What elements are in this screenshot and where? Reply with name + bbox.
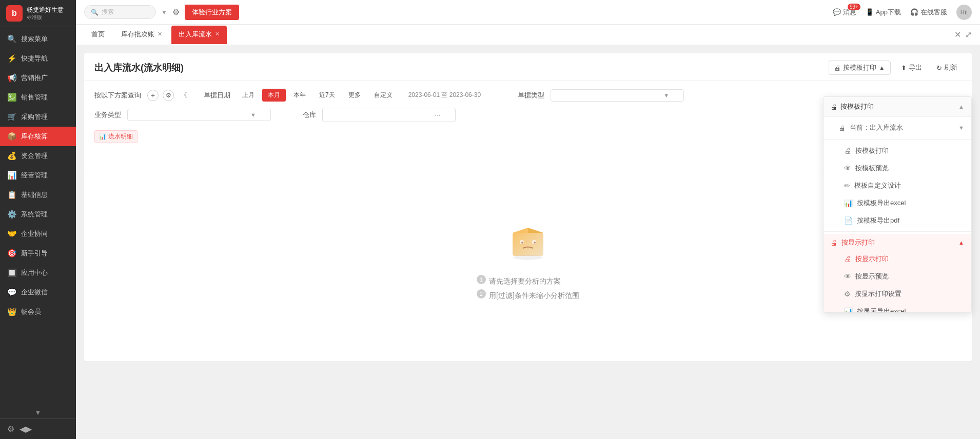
marketing-icon: 📢 — [7, 73, 17, 83]
app-download-btn[interactable]: 📱 App下载 — [866, 8, 901, 17]
sidebar-item-search[interactable]: 🔍 搜索菜单 — [0, 29, 76, 49]
filter-chip-flow[interactable]: 📊 流水明细 — [94, 130, 138, 143]
date-tag-more[interactable]: 更多 — [343, 89, 366, 102]
dropdown-main-header[interactable]: 🖨 按模板打印 ▲ — [824, 97, 971, 117]
members-icon: 👑 — [7, 307, 17, 316]
date-tag-group: 上月 本月 本年 近7天 更多 自定义 — [237, 89, 398, 102]
template-excel-icon: 📊 — [844, 199, 853, 207]
date-tag-7days[interactable]: 近7天 — [313, 89, 341, 102]
date-tag-last-month[interactable]: 上月 — [237, 89, 260, 102]
system-icon: ⚙️ — [7, 210, 17, 219]
basic-info-icon: 📋 — [7, 190, 17, 199]
svg-point-3 — [521, 242, 523, 244]
display-export-excel-item[interactable]: 📊 按显示导出excel — [824, 303, 971, 312]
sidebar-item-inventory[interactable]: 📦 库存核算 — [0, 127, 76, 146]
dropdown-scroll-area: 🖨 按模板打印 ▲ 🖨 当前：出入库流水 ▼ — [824, 97, 971, 312]
export-btn[interactable]: ⬆ 导出 — [897, 61, 926, 74]
close-all-icon[interactable]: ✕ — [954, 30, 961, 39]
industry-btn[interactable]: 体验行业方案 — [185, 5, 239, 20]
sidebar-item-operations[interactable]: 📊 经营管理 — [0, 166, 76, 185]
sidebar-item-guide[interactable]: 🎯 新手引导 — [0, 244, 76, 263]
filter-settings-btn[interactable]: ⚙ — [163, 90, 174, 101]
template-preview-item[interactable]: 👁 按模板预览 — [824, 159, 971, 177]
display-print-section-header[interactable]: 🖨 按显示打印 ▲ — [824, 234, 971, 250]
sidebar-item-finance[interactable]: 💰 资金管理 — [0, 146, 76, 166]
sidebar-nav: 🔍 搜索菜单 ⚡ 快捷导航 📢 营销推广 💹 销售管理 🛒 采购管理 📦 库存核… — [0, 27, 76, 407]
divider-1 — [824, 139, 971, 140]
print-dropdown-panel: 🖨 按模板打印 ▲ 🖨 当前：出入库流水 ▼ — [823, 96, 972, 313]
voucher-select-arrow: ▼ — [663, 92, 669, 98]
quick-nav-icon: ⚡ — [7, 54, 17, 63]
filter-icons: + ⚙ — [147, 90, 174, 101]
tab-batch-account-close[interactable]: ✕ — [158, 31, 162, 37]
tab-home[interactable]: 首页 — [84, 26, 112, 44]
sidebar-item-members[interactable]: 👑 畅会员 — [0, 302, 76, 322]
expand-icon[interactable]: ⤢ — [965, 30, 972, 39]
display-preview-item[interactable]: 👁 按显示预览 — [824, 268, 971, 285]
template-customize-icon: ✏ — [844, 182, 850, 190]
page-header: 出入库流水(流水明细) 🖨 按模板打印 ▲ ⬆ 导出 ↻ 刷新 — [84, 53, 972, 81]
date-tag-this-month[interactable]: 本月 — [262, 89, 286, 102]
display-settings-icon: ⚙ — [844, 290, 851, 298]
print-chevron-up: ▲ — [878, 64, 885, 72]
business-type-select[interactable]: ▼ — [127, 109, 271, 121]
dropdown-header-chevron: ▲ — [958, 104, 964, 110]
tab-flow[interactable]: 出入库流水 ✕ — [171, 26, 227, 44]
user-avatar[interactable]: Rit — [956, 5, 972, 20]
sidebar-item-marketing[interactable]: 📢 营销推广 — [0, 68, 76, 88]
online-service-btn[interactable]: 🎧 在线客服 — [910, 8, 947, 17]
avatar-initials: Rit — [961, 9, 968, 16]
filter-collapse-btn[interactable]: 《 — [180, 91, 187, 100]
date-tag-this-year[interactable]: 本年 — [288, 89, 311, 102]
sidebar-item-purchase[interactable]: 🛒 采购管理 — [0, 107, 76, 127]
page-actions: 🖨 按模板打印 ▲ ⬆ 导出 ↻ 刷新 — [829, 61, 962, 75]
app-logo-text: 畅捷通好生意 标准版 — [27, 6, 64, 21]
export-icon: ⬆ — [901, 64, 907, 72]
template-export-pdf-item[interactable]: 📄 按模板导出pdf — [824, 212, 971, 229]
sidebar-item-basic-info[interactable]: 📋 基础信息 — [0, 185, 76, 205]
filter-add-btn[interactable]: + — [147, 90, 159, 101]
cooperation-icon: 🤝 — [7, 229, 17, 238]
message-btn[interactable]: 💬 消息 99+ — [833, 8, 856, 17]
refresh-btn[interactable]: ↻ 刷新 — [932, 61, 962, 74]
tip-item-1: 1 请先选择要分析的方案 — [477, 274, 579, 288]
header-search[interactable]: 🔍 搜索 — [84, 5, 156, 19]
footer-collapse-icon[interactable]: ◀▶ — [19, 424, 32, 434]
sidebar: b 畅捷通好生意 标准版 🔍 搜索菜单 ⚡ 快捷导航 📢 营销推广 💹 销售管理… — [0, 0, 76, 439]
header-dropdown-arrow[interactable]: ▼ — [161, 9, 167, 16]
template-pdf-icon: 📄 — [844, 216, 853, 225]
tip-item-2: 2 用[过滤]条件来缩小分析范围 — [477, 288, 579, 303]
empty-tips: 1 请先选择要分析的方案 2 用[过滤]条件来缩小分析范围 — [477, 274, 579, 303]
page-title: 出入库流水(流水明细) — [94, 62, 184, 74]
tab-batch-account[interactable]: 库存批次账 ✕ — [114, 26, 169, 44]
date-tag-custom[interactable]: 自定义 — [368, 89, 398, 102]
sidebar-item-app-center[interactable]: 🔲 应用中心 — [0, 263, 76, 283]
display-print-icon: 🖨 — [844, 255, 851, 263]
tab-flow-close[interactable]: ✕ — [215, 31, 220, 37]
display-print-settings-item[interactable]: ⚙ 按显示打印设置 — [824, 285, 971, 303]
sidebar-scroll-down[interactable]: ▼ — [0, 407, 76, 418]
template-customize-item[interactable]: ✏ 模板自定义设计 — [824, 177, 971, 194]
sidebar-item-sales[interactable]: 💹 销售管理 — [0, 88, 76, 107]
warehouse-select[interactable]: ··· — [322, 108, 456, 122]
dropdown-current-section: 🖨 当前：出入库流水 ▼ — [824, 117, 971, 137]
footer-settings-icon[interactable]: ⚙ — [7, 424, 14, 434]
header-gear-icon[interactable]: ⚙ — [172, 7, 180, 17]
app-logo-icon: b — [6, 5, 23, 22]
display-print-item[interactable]: 🖨 按显示打印 — [824, 250, 971, 268]
app-center-icon: 🔲 — [7, 268, 17, 277]
print-template-btn[interactable]: 🖨 按模板打印 ▲ — [829, 61, 891, 75]
sidebar-item-wechat[interactable]: 💬 企业微信 — [0, 283, 76, 302]
tabs-right-controls: ✕ ⤢ — [954, 30, 972, 39]
sidebar-item-system[interactable]: ⚙️ 系统管理 — [0, 205, 76, 224]
sidebar-item-quick-nav[interactable]: ⚡ 快捷导航 — [0, 49, 76, 68]
template-print-item[interactable]: 🖨 按模板打印 — [824, 142, 971, 159]
template-export-excel-item[interactable]: 📊 按模板导出excel — [824, 194, 971, 212]
voucher-type-select[interactable]: ▼ — [551, 89, 684, 102]
header-right: 💬 消息 99+ 📱 App下载 🎧 在线客服 Rit — [833, 5, 972, 20]
sidebar-footer: ⚙ ◀▶ — [0, 418, 76, 439]
sidebar-item-cooperation[interactable]: 🤝 企业协同 — [0, 224, 76, 244]
dropdown-current-item[interactable]: 🖨 当前：出入库流水 ▼ — [824, 119, 971, 135]
sidebar-logo: b 畅捷通好生意 标准版 — [0, 0, 76, 27]
operations-icon: 📊 — [7, 171, 17, 180]
